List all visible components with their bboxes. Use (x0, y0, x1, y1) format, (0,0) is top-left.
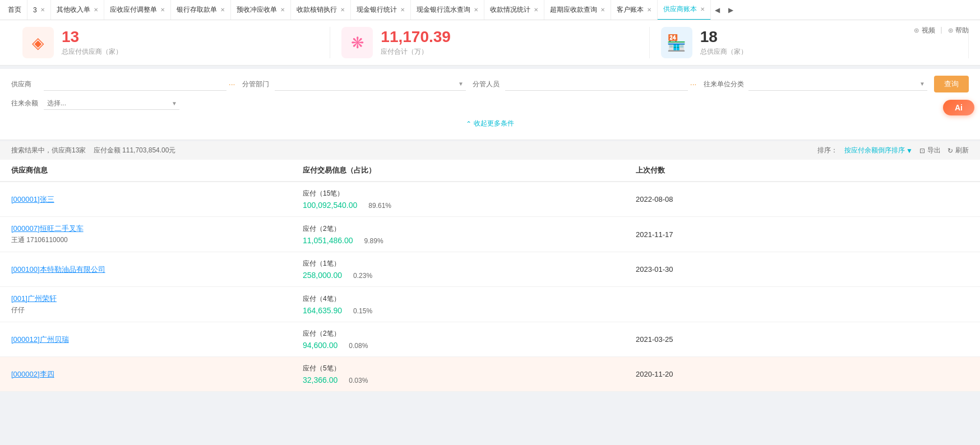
nav-item-overdue[interactable]: 超期应收款查询 ✕ (544, 0, 611, 20)
tx-amount[interactable]: 94,600.00 (303, 341, 338, 350)
nav-item-prepay[interactable]: 预收冲应收单 ✕ (231, 0, 291, 20)
stat-block-3-text: 18 总供应商（家） (700, 29, 747, 57)
chevron-down-icon[interactable]: ▼ (917, 81, 927, 87)
nav-home-label: 首页 (8, 5, 21, 15)
close-icon[interactable]: ✕ (280, 7, 285, 13)
person-input[interactable] (505, 78, 688, 91)
chevron-down-icon[interactable]: ▼ (169, 100, 179, 106)
nav-item-bank[interactable]: 银行存取款单 ✕ (171, 0, 231, 20)
tx-label: 应付（5笔） (303, 364, 636, 373)
person-dots-btn[interactable]: ··· (690, 80, 697, 89)
supplier-sub: 王通 17106110000 (11, 235, 303, 245)
nav-item-other-income[interactable]: 其他收入单 ✕ (51, 0, 104, 20)
last-pay-cell: 2020-11-20 (636, 370, 969, 378)
query-button[interactable]: 查询 (934, 76, 969, 92)
nav-item-customer-ledger[interactable]: 客户账本 ✕ (611, 0, 658, 20)
video-label: 视频 (922, 26, 935, 34)
close-icon[interactable]: ✕ (534, 7, 538, 13)
stat-total-suppliers-number: 18 (700, 29, 747, 45)
video-link[interactable]: ⊙ 视频 (914, 26, 935, 35)
supplier-link[interactable]: [000100]本特勒油品有限公司 (11, 265, 303, 275)
last-pay-date: 2021-03-25 (636, 335, 673, 344)
ai-badge[interactable]: Ai (943, 100, 974, 115)
tx-percent: 0.23% (353, 272, 372, 280)
nav-item-cashbank[interactable]: 现金银行统计 ✕ (351, 0, 411, 20)
tx-label: 应付（2笔） (303, 329, 636, 339)
tx-row: 94,600.00 0.08% (303, 341, 636, 350)
close-icon[interactable]: ✕ (647, 7, 651, 13)
nav-item-cashflow[interactable]: 现金银行流水查询 ✕ (411, 0, 484, 20)
chevron-down-icon[interactable]: ▼ (456, 81, 466, 87)
dept-input[interactable] (275, 78, 456, 90)
category-field: 往来单位分类 ▼ (704, 78, 928, 91)
close-icon[interactable]: ✕ (94, 7, 98, 13)
header-stats: ◈ 13 总应付供应商（家） ❋ 11,170.39 应付合计（万） 🏪 18 … (0, 20, 980, 66)
stat-payable-total-label: 应付合计（万） (381, 47, 451, 57)
nav-prepay-label: 预收冲应收单 (237, 5, 277, 15)
supplier-link[interactable]: [001]广州荣轩 (11, 294, 303, 304)
supplier-link[interactable]: [000012]广州贝瑞 (11, 335, 303, 345)
dept-field: 分管部门 ▼ (242, 78, 466, 91)
supplier-input[interactable] (44, 78, 226, 91)
tx-info-cell: 应付（1笔） 258,000.00 0.23% (303, 259, 636, 280)
close-icon[interactable]: ✕ (600, 7, 605, 13)
tx-label: 应付（2笔） (303, 224, 636, 234)
tx-row: 258,000.00 0.23% (303, 271, 636, 280)
close-icon[interactable]: ✕ (700, 6, 705, 12)
stat-block-payable-total: ❋ 11,170.39 应付合计（万） (330, 27, 649, 58)
table-wrap: 供应商信息 应付交易信息（占比） 上次付数 [000001]张三 应付（15笔）… (0, 160, 980, 392)
close-icon[interactable]: ✕ (160, 7, 165, 13)
tx-amount[interactable]: 11,051,486.00 (303, 236, 353, 245)
supplier-icon: ◈ (22, 27, 54, 58)
nav-item-adjust[interactable]: 应收应付调整单 ✕ (104, 0, 171, 20)
balance-input[interactable] (44, 97, 169, 109)
table-row: [001]广州荣轩 仔仔 应付（4笔） 164,635.90 0.15% (0, 287, 980, 322)
person-label: 分管人员 (473, 80, 501, 89)
nav-left-arrow[interactable]: ◀ (711, 0, 724, 20)
collapse-label: 收起更多条件 (474, 119, 514, 128)
tx-row: 164,635.90 0.15% (303, 306, 636, 315)
tx-amount[interactable]: 164,635.90 (303, 306, 342, 315)
nav-customer-ledger-label: 客户账本 (617, 5, 644, 15)
circle-icon: ⊙ (914, 26, 919, 34)
tx-amount[interactable]: 32,366.00 (303, 376, 338, 384)
supplier-info-cell: [001]广州荣轩 仔仔 (11, 294, 303, 315)
collapse-area: ⌃ 收起更多条件 (11, 114, 969, 133)
last-pay-date: 2021-11-17 (636, 230, 673, 239)
export-label: 导出 (927, 146, 941, 155)
nav-item-receipt-stat[interactable]: 收款情况统计 ✕ (484, 0, 544, 20)
supplier-link[interactable]: [000002]李四 (11, 369, 303, 379)
supplier-link[interactable]: [000001]张三 (11, 194, 303, 205)
export-button[interactable]: ⊡ 导出 (919, 146, 941, 155)
search-area: 供应商 ··· 分管部门 ▼ 分管人员 ··· 往来单位分类 ▼ 查询 往来 (0, 69, 980, 140)
table-row: [000001]张三 应付（15笔） 100,092,540.00 89.61%… (0, 182, 980, 217)
ai-label: Ai (955, 103, 963, 112)
chevron-down-icon: ▼ (906, 147, 913, 155)
category-input[interactable] (748, 78, 918, 90)
table-header: 供应商信息 应付交易信息（占比） 上次付数 (0, 160, 980, 182)
help-link[interactable]: ⊙ 帮助 (948, 26, 969, 35)
nav-cashflow-label: 现金银行流水查询 (417, 5, 470, 15)
tx-amount[interactable]: 100,092,540.00 (303, 201, 357, 210)
supplier-sub: 仔仔 (11, 305, 303, 315)
tx-info-cell: 应付（15笔） 100,092,540.00 89.61% (303, 189, 636, 210)
supplier-dots-btn[interactable]: ··· (229, 80, 235, 89)
close-icon[interactable]: ✕ (40, 7, 45, 13)
payable-icon: ❋ (341, 27, 373, 58)
tx-amount[interactable]: 258,000.00 (303, 271, 342, 280)
refresh-button[interactable]: ↻ 刷新 (947, 146, 969, 155)
col-supplier-info: 供应商信息 (11, 165, 303, 175)
close-icon[interactable]: ✕ (340, 7, 345, 13)
close-icon[interactable]: ✕ (220, 7, 225, 13)
tx-row: 32,366.00 0.03% (303, 376, 636, 384)
close-icon[interactable]: ✕ (400, 7, 405, 13)
nav-item-home[interactable]: 首页 (2, 0, 27, 20)
nav-item-receipt[interactable]: 收款核销执行 ✕ (291, 0, 351, 20)
supplier-link[interactable]: [000007]恒旺二手叉车 (11, 224, 303, 234)
nav-item-3[interactable]: 3 ✕ (27, 0, 51, 20)
collapse-button[interactable]: ⌃ 收起更多条件 (11, 119, 969, 128)
close-icon[interactable]: ✕ (474, 7, 478, 13)
sort-select[interactable]: 按应付余额倒序排序 ▼ (844, 146, 913, 155)
nav-item-supplier-ledger[interactable]: 供应商账本 ✕ (658, 0, 711, 20)
nav-right-arrow[interactable]: ▶ (724, 0, 738, 20)
